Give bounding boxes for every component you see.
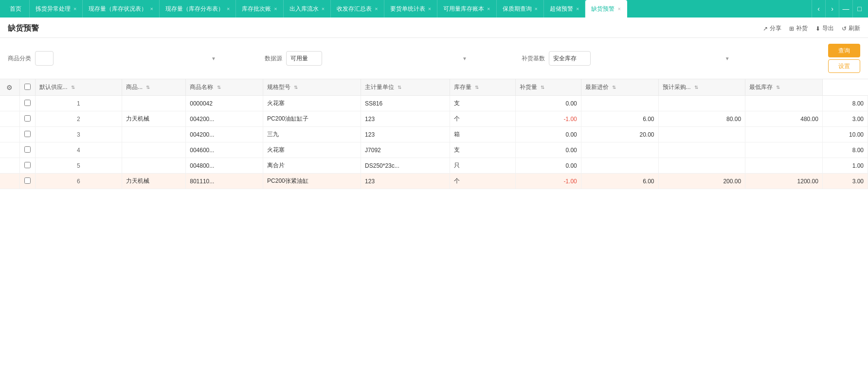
sort-minstock-icon[interactable]: ⇅	[776, 85, 780, 90]
row-supplier-4	[122, 158, 186, 174]
table-row: 3 004200... 三九 123 箱 0.00 20.00 10.00	[0, 127, 868, 142]
th-min-stock: 最低库存 ⇅	[745, 79, 823, 96]
tab-inout[interactable]: 出入库流水 ×	[284, 0, 331, 18]
sort-unit-icon[interactable]: ⇅	[398, 85, 401, 90]
table-header-row: ⚙ 默认供应... ⇅ 商品... ⇅ 商品名称 ⇅	[0, 79, 868, 96]
tab-inventory-status[interactable]: 现存量（库存状况表） ×	[83, 0, 159, 18]
row-stock-4: 0.00	[515, 158, 581, 174]
row-select-4[interactable]	[24, 162, 31, 168]
row-unit-2: 箱	[450, 127, 515, 142]
tab-close-expiry[interactable]: ×	[535, 6, 538, 12]
tab-receipt[interactable]: 收发存汇总表 ×	[331, 0, 384, 18]
sort-code-icon[interactable]: ⇅	[146, 85, 150, 90]
row-select-0[interactable]	[24, 100, 31, 106]
sort-name-icon[interactable]: ⇅	[217, 85, 221, 90]
row-unit-4: 只	[450, 158, 515, 174]
tab-minimize[interactable]: ―	[839, 0, 852, 18]
row-unit-0: 支	[450, 96, 515, 111]
tab-close-shortage[interactable]: ×	[617, 6, 620, 12]
th-latest-price: 最新进价 ⇅	[581, 79, 658, 96]
sort-stock-icon[interactable]: ⇅	[475, 85, 479, 90]
row-code-3: 004600...	[186, 142, 263, 158]
table-container: ⚙ 默认供应... ⇅ 商品... ⇅ 商品名称 ⇅	[0, 79, 868, 189]
tab-available[interactable]: 可用量库存账本 ×	[437, 0, 496, 18]
row-num-5: 6	[35, 174, 122, 189]
row-replenish-4	[581, 158, 658, 174]
row-checkbox-0	[19, 96, 35, 111]
tab-expiry[interactable]: 保质期查询 ×	[497, 0, 544, 18]
row-checkbox-4	[19, 158, 35, 174]
row-replenish-1: 6.00	[581, 111, 658, 127]
tab-close-inout[interactable]: ×	[322, 6, 325, 12]
tab-maximize[interactable]: □	[852, 0, 866, 18]
th-supplier: 默认供应... ⇅	[35, 79, 122, 96]
query-button[interactable]: 查询	[828, 44, 860, 57]
tab-close-abnormal[interactable]: ×	[73, 6, 76, 12]
tab-overstock[interactable]: 超储预警 ×	[544, 0, 585, 18]
row-name-4: 离合片	[263, 158, 361, 174]
data-table: ⚙ 默认供应... ⇅ 商品... ⇅ 商品名称 ⇅	[0, 79, 868, 189]
row-num-1: 2	[35, 111, 122, 127]
row-supplier-0	[122, 96, 186, 111]
tab-close-available[interactable]: ×	[487, 6, 490, 12]
row-min-stock-2: 10.00	[822, 127, 868, 142]
row-num-4: 5	[35, 158, 122, 174]
row-select-1[interactable]	[24, 115, 31, 122]
table-body: 1 0000042 火花塞 SS816 支 0.00 8.00 2 力天机械 0…	[0, 96, 868, 189]
row-latest-price-0	[658, 96, 745, 111]
tab-close-inventory-dist[interactable]: ×	[227, 6, 230, 12]
tab-close-overstock[interactable]: ×	[576, 6, 579, 12]
sort-price-icon[interactable]: ⇅	[612, 85, 616, 90]
row-code-1: 004200...	[186, 111, 263, 127]
export-action[interactable]: ⬇ 导出	[815, 24, 834, 33]
tab-close-receipt[interactable]: ×	[375, 6, 378, 12]
row-checkbox-2	[19, 127, 35, 142]
refresh-action[interactable]: ↺ 刷新	[842, 24, 860, 33]
replenish-action[interactable]: ⊞ 补货	[789, 24, 808, 33]
replenish-basis-select-wrapper: 安全库存 ▼	[549, 51, 734, 66]
tab-scroll-left[interactable]: ‹	[812, 0, 825, 18]
replenish-basis-select[interactable]: 安全库存	[549, 51, 591, 66]
row-stock-1: -1.00	[515, 111, 581, 127]
row-stock-0: 0.00	[515, 96, 581, 111]
settings-gear-icon[interactable]: ⚙	[6, 84, 13, 91]
category-select[interactable]	[35, 51, 54, 66]
th-estimated-purchase: 预计采购... ⇅	[658, 79, 745, 96]
row-min-stock-1: 3.00	[822, 111, 868, 127]
export-icon: ⬇	[815, 25, 820, 32]
tab-home[interactable]: 首页	[2, 0, 30, 18]
row-spec-3: J7092	[361, 142, 450, 158]
tab-close-demand[interactable]: ×	[428, 6, 431, 12]
sort-supplier-icon[interactable]: ⇅	[71, 85, 75, 90]
row-select-5[interactable]	[24, 177, 31, 184]
share-action[interactable]: ↗ 分享	[763, 24, 781, 33]
page-content: 缺货预警 ↗ 分享 ⊞ 补货 ⬇ 导出 ↺ 刷新 商品分类	[0, 18, 868, 387]
refresh-icon: ↺	[842, 25, 847, 32]
row-select-3[interactable]	[24, 146, 31, 153]
sort-replenish-icon[interactable]: ⇅	[541, 85, 544, 90]
tab-shortage[interactable]: 缺货预警 ×	[585, 0, 627, 18]
tab-bar: 首页 拣货异常处理 × 现存量（库存状况表） × 现存量（库存分布表） × 库存…	[0, 0, 868, 18]
th-product-name: 商品名称 ⇅	[186, 79, 263, 96]
tab-scroll-right[interactable]: ›	[825, 0, 839, 18]
settings-button[interactable]: 设置	[828, 59, 860, 73]
sort-spec-icon[interactable]: ⇅	[294, 85, 298, 90]
row-select-2[interactable]	[24, 131, 31, 137]
row-stock-2: 0.00	[515, 127, 581, 142]
select-all-checkbox[interactable]	[24, 84, 31, 90]
row-name-2: 三九	[263, 127, 361, 142]
row-code-2: 004200...	[186, 127, 263, 142]
row-name-0: 火花塞	[263, 96, 361, 111]
row-stock-5: -1.00	[515, 174, 581, 189]
tab-inventory-dist[interactable]: 现存量（库存分布表） ×	[160, 0, 236, 18]
tab-close-inventory-status[interactable]: ×	[150, 6, 153, 12]
data-source-label: 数据源	[265, 54, 282, 63]
sort-purchase-icon[interactable]: ⇅	[694, 85, 698, 90]
tab-demand[interactable]: 要货单统计表 ×	[384, 0, 437, 18]
data-source-select[interactable]: 可用量	[286, 51, 322, 66]
tab-batch[interactable]: 库存批次账 ×	[236, 0, 283, 18]
table-row: 5 004800... 离合片 DS250*23c... 只 0.00 1.00	[0, 158, 868, 174]
tab-close-batch[interactable]: ×	[274, 6, 277, 12]
row-replenish-5: 6.00	[581, 174, 658, 189]
tab-abnormal[interactable]: 拣货异常处理 ×	[30, 0, 83, 18]
